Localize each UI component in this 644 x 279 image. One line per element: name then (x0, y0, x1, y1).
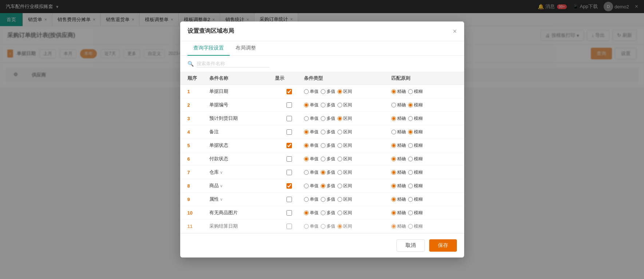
radio-multi-4[interactable] (321, 130, 325, 134)
radio-single-11[interactable] (304, 224, 309, 229)
tab-field-settings[interactable]: 查询字段设置 (187, 41, 230, 56)
type-range-label-6[interactable]: 区间 (337, 156, 352, 162)
match-fuzzy-label-1[interactable]: 模糊 (408, 89, 423, 95)
checkbox-display-5[interactable] (287, 143, 292, 148)
type-multi-label-7[interactable]: 多值 (321, 169, 335, 176)
type-range-label-9[interactable]: 区间 (337, 196, 352, 203)
match-fuzzy-label-3[interactable]: 模糊 (408, 115, 423, 122)
radio-multi-9[interactable] (321, 197, 325, 202)
checkbox-display-3[interactable] (287, 116, 292, 121)
match-fuzzy-label-9[interactable]: 模糊 (408, 196, 423, 203)
checkbox-display-7[interactable] (287, 170, 292, 175)
type-multi-label-10[interactable]: 多值 (321, 210, 335, 216)
checkbox-display-4[interactable] (287, 129, 292, 135)
type-multi-label-8[interactable]: 多值 (321, 183, 335, 189)
row-display-5[interactable] (275, 143, 304, 148)
radio-multi-11[interactable] (321, 224, 325, 229)
match-exact-label-2[interactable]: 精确 (391, 102, 406, 108)
match-fuzzy-label-4[interactable]: 模糊 (408, 129, 423, 135)
match-exact-label-10[interactable]: 精确 (391, 210, 406, 216)
checkbox-display-6[interactable] (287, 156, 292, 162)
radio-range-7[interactable] (337, 170, 342, 175)
match-exact-label-8[interactable]: 精确 (391, 183, 406, 189)
checkbox-display-1[interactable] (287, 89, 292, 94)
row-display-3[interactable] (275, 116, 304, 121)
checkbox-display-9[interactable] (287, 197, 292, 202)
checkbox-display-2[interactable] (287, 102, 292, 108)
match-fuzzy-label-5[interactable]: 模糊 (408, 142, 423, 149)
radio-fuzzy-7[interactable] (408, 170, 413, 175)
type-single-label-1[interactable]: 单值 (304, 89, 319, 95)
type-range-label-5[interactable]: 区间 (337, 142, 352, 149)
radio-single-8[interactable] (304, 184, 309, 188)
tab-layout-adjust[interactable]: 布局调整 (230, 41, 262, 56)
radio-range-9[interactable] (337, 197, 342, 202)
radio-exact-4[interactable] (391, 130, 396, 134)
radio-single-4[interactable] (304, 130, 309, 134)
radio-fuzzy-2[interactable] (408, 103, 413, 107)
type-multi-label-9[interactable]: 多值 (321, 196, 335, 203)
type-range-label-8[interactable]: 区间 (337, 183, 352, 189)
radio-fuzzy-3[interactable] (408, 116, 413, 121)
radio-single-6[interactable] (304, 157, 309, 161)
row-display-1[interactable] (275, 89, 304, 94)
radio-exact-9[interactable] (391, 197, 396, 202)
type-single-label-5[interactable]: 单值 (304, 142, 319, 149)
radio-multi-6[interactable] (321, 157, 325, 161)
row-display-6[interactable] (275, 156, 304, 162)
radio-single-7[interactable] (304, 170, 309, 175)
radio-single-10[interactable] (304, 211, 309, 215)
radio-exact-6[interactable] (391, 157, 396, 161)
type-multi-label-4[interactable]: 多值 (321, 129, 335, 135)
type-single-label-9[interactable]: 单值 (304, 196, 319, 203)
radio-exact-1[interactable] (391, 89, 396, 94)
radio-fuzzy-1[interactable] (408, 89, 413, 94)
radio-exact-2[interactable] (391, 103, 396, 107)
type-single-label-3[interactable]: 单值 (304, 115, 319, 122)
type-range-label-11[interactable]: 区间 (337, 223, 352, 229)
radio-single-1[interactable] (304, 89, 309, 94)
type-multi-label-11[interactable]: 多值 (321, 223, 335, 229)
cancel-button[interactable]: 取消 (396, 239, 425, 252)
match-exact-label-6[interactable]: 精确 (391, 156, 406, 162)
radio-exact-10[interactable] (391, 211, 396, 215)
type-multi-label-1[interactable]: 多值 (321, 89, 335, 95)
match-exact-label-11[interactable]: 精确 (391, 223, 406, 229)
radio-single-5[interactable] (304, 143, 309, 148)
type-range-label-7[interactable]: 区间 (337, 169, 352, 176)
radio-single-3[interactable] (304, 116, 309, 121)
radio-fuzzy-9[interactable] (408, 197, 413, 202)
type-multi-label-2[interactable]: 多值 (321, 102, 335, 108)
radio-multi-7[interactable] (321, 170, 325, 175)
radio-multi-10[interactable] (321, 211, 325, 215)
match-fuzzy-label-10[interactable]: 模糊 (408, 210, 423, 216)
radio-range-10[interactable] (337, 211, 342, 215)
radio-exact-11[interactable] (391, 224, 396, 229)
radio-multi-3[interactable] (321, 116, 325, 121)
radio-single-9[interactable] (304, 197, 309, 202)
match-exact-label-9[interactable]: 精确 (391, 196, 406, 203)
save-button[interactable]: 保存 (429, 239, 457, 252)
match-exact-label-5[interactable]: 精确 (391, 142, 406, 149)
modal-close-button[interactable]: × (453, 28, 457, 35)
match-fuzzy-label-7[interactable]: 模糊 (408, 169, 423, 176)
type-single-label-7[interactable]: 单值 (304, 169, 319, 176)
type-multi-label-6[interactable]: 多值 (321, 156, 335, 162)
checkbox-display-8[interactable] (287, 183, 292, 189)
radio-multi-5[interactable] (321, 143, 325, 148)
type-single-label-10[interactable]: 单值 (304, 210, 319, 216)
match-fuzzy-label-6[interactable]: 模糊 (408, 156, 423, 162)
search-input[interactable] (197, 60, 269, 67)
row-display-8[interactable] (275, 183, 304, 189)
type-single-label-4[interactable]: 单值 (304, 129, 319, 135)
radio-exact-7[interactable] (391, 170, 396, 175)
type-multi-label-5[interactable]: 多值 (321, 142, 335, 149)
radio-range-4[interactable] (337, 130, 342, 134)
type-single-label-2[interactable]: 单值 (304, 102, 319, 108)
radio-fuzzy-10[interactable] (408, 211, 413, 215)
match-exact-label-3[interactable]: 精确 (391, 115, 406, 122)
match-exact-label-1[interactable]: 精确 (391, 89, 406, 95)
type-single-label-11[interactable]: 单值 (304, 223, 319, 229)
radio-exact-3[interactable] (391, 116, 396, 121)
radio-fuzzy-11[interactable] (408, 224, 413, 229)
